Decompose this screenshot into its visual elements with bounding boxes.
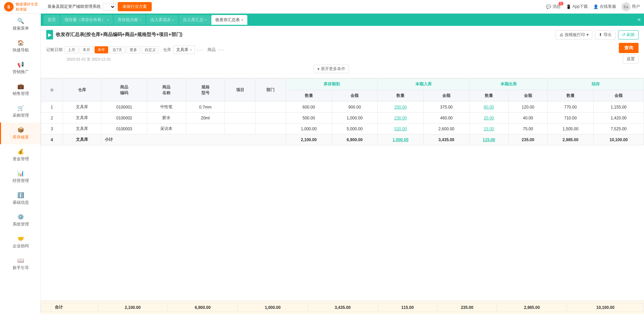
warehouse-ellipsis-button[interactable]: ··· [197,47,203,53]
content-area: 首页 现存量（库存分布表） × 库存批次账 × 出入库流水 × 出入库汇总 × … [41,14,644,314]
table-row: 3 文具库 0100003 采访本 1,000.00 5,000.00 520.… [41,123,644,134]
date-btn-last-month[interactable]: 上月 [65,46,78,53]
col-opening-amt: 金额 [332,90,378,102]
tab-stock-dist[interactable]: 现存量（库存分布表） × [61,15,113,25]
refresh-button[interactable]: ↺ 刷新 [618,30,639,39]
subtotal-no: 4 [41,134,63,145]
row-code: 0100001 [101,102,147,113]
row-in-qty[interactable]: 520.00 [378,123,424,134]
warehouse-filter: 仓库 文具库 × ··· [163,46,203,54]
purchase-icon: 🛒 [17,105,24,111]
col-code: 商品编码 [101,79,147,102]
expand-button[interactable]: ▾ 展开更多条件 [314,65,349,73]
tab-close-batch[interactable]: × [139,18,142,22]
total-label: 合计 [51,303,98,312]
subtotal-balance-amt: 10,100.00 [593,134,644,145]
sidebar-item-finance[interactable]: 💰 资金管理 [0,144,40,166]
col-group-balance: 结存 [547,79,644,90]
tab-summary[interactable]: 出入库汇总 × [179,15,211,25]
sidebar-item-nav[interactable]: 🏠 快捷导航 [0,35,40,57]
row-warehouse: 文具库 [63,113,101,123]
sidebar-item-operations[interactable]: 📊 经营管理 [0,166,40,188]
online-service-action[interactable]: 👤 在线客服 [593,4,616,10]
date-btn-7days[interactable]: 近7天 [110,46,125,53]
row-in-qty[interactable]: 250.00 [378,102,424,113]
row-opening-qty: 500.00 [286,113,332,123]
subtotal-opening-amt: 6,900.00 [332,134,378,145]
filter-section: 记账日期 上月 本月 本年 近7天 更多 自定义 仓库 [46,43,616,76]
tab-flow[interactable]: 出入库流水 × [146,15,178,25]
sidebar-item-basic[interactable]: ℹ️ 基础信息 [0,188,40,210]
user-action[interactable]: Ea 用户 [622,2,640,11]
row-project [225,102,255,113]
row-out-qty[interactable]: 20.00 [469,113,509,123]
header-actions: 🖨 按模板打印 ▾ ⬆ 导出 ↺ 刷新 [556,30,639,39]
col-out-qty: 数量 [469,90,509,102]
sidebar-item-collab[interactable]: 🤝 企业协同 [0,231,40,253]
logo-area: 6 畅捷通好生意 标准版 [4,2,45,12]
tab-recv-send[interactable]: 收发存汇总表 × [211,15,247,25]
row-spec: 0.7mm [186,102,225,113]
row-in-qty[interactable]: 230.00 [378,113,424,123]
sidebar-item-system[interactable]: ⚙️ 系统管理 [0,210,40,231]
tab-batch[interactable]: 库存批次账 × [114,15,146,25]
row-name: 采访本 [147,123,186,134]
sidebar-item-purchase[interactable]: 🛒 采购管理 [0,101,40,122]
row-balance-amt: 1,420.00 [593,113,644,123]
table-row: 1 文具库 0100001 中性笔 0.7mm 600.00 900.00 25… [41,102,644,113]
date-label: 记账日期 [46,47,63,53]
sidebar-item-inventory[interactable]: 📦 库存核算 [0,122,40,144]
date-btn-more[interactable]: 更多 [127,46,140,53]
sidebar-item-marketing[interactable]: 📢 营销推广 [0,57,40,79]
service-icon: 👤 [593,4,598,9]
subtotal-out-qty[interactable]: 115.00 [469,134,509,145]
subtotal-in-qty[interactable]: 1,000.00 [378,134,424,145]
table-row: 2 文具库 0100002 胶水 20ml 500.00 1,000.00 23… [41,113,644,123]
subtotal-balance-qty: 2,985.00 [547,134,593,145]
table-gear-icon[interactable]: ⚙ [50,88,54,93]
row-out-amt: 120.00 [509,102,548,113]
guide-icon: 📖 [17,257,24,264]
warehouse-tag-close[interactable]: × [190,48,192,52]
finance-icon: 💰 [17,148,24,155]
tab-close-flow[interactable]: × [172,18,174,22]
row-in-amt: 375.00 [424,102,469,113]
bottom-bar: 合计 2,100.00 6,900.00 1,000.00 3,435.00 1… [41,300,644,314]
row-out-qty[interactable]: 80.00 [469,102,509,113]
set-button[interactable]: 设置 [623,54,639,64]
date-btn-custom[interactable]: 自定义 [142,46,159,53]
experience-button[interactable]: 体验行业方案 [118,2,152,11]
goods-ellipsis-button[interactable]: ··· [218,47,224,53]
tab-home[interactable]: 首页 [44,15,60,25]
row-out-qty[interactable]: 15.00 [469,123,509,134]
sidebar-item-guide[interactable]: 📖 新手引导 [0,253,40,275]
col-opening-qty: 数量 [286,90,332,102]
date-btn-this-month[interactable]: 本月 [80,46,93,53]
settings-header[interactable]: ⚙ [41,79,63,102]
collapse-button[interactable]: ▶ [46,30,53,39]
tab-close-recv-send[interactable]: × [241,18,243,22]
tab-close-summary[interactable]: × [205,18,207,22]
app-download-action[interactable]: 📱 App下载 [566,4,588,10]
total-opening-amt: 6,900.00 [168,303,238,312]
system-selector[interactable] [103,3,116,11]
message-badge: 5 [559,2,563,5]
export-button[interactable]: ⬆ 导出 [595,30,615,39]
subtotal-opening-qty: 2,100.00 [286,134,332,145]
marketing-icon: 📢 [17,61,24,68]
query-button[interactable]: 查询 [619,43,639,53]
logo-text: 畅捷通好生意 标准版 [16,2,38,12]
tab-close-stock-dist[interactable]: × [107,18,109,22]
row-warehouse: 文具库 [63,102,101,113]
col-spec: 规格型号 [186,79,225,102]
home-icon: 🏠 [17,39,24,46]
print-button[interactable]: 🖨 按模板打印 ▾ [556,30,592,39]
subtotal-out-amt: 235.00 [509,134,548,145]
tab-close-all[interactable]: ✕ [637,17,641,22]
date-btn-this-year[interactable]: 本年 [95,46,108,53]
expand-icon: ▾ [317,67,319,71]
message-action[interactable]: 💬 消息 5 [546,4,561,10]
row-balance-amt: 1,155.00 [593,102,644,113]
sidebar-item-sales[interactable]: 💼 销售管理 [0,79,40,101]
sidebar-item-search[interactable]: 🔍 搜索菜单 [0,14,40,35]
